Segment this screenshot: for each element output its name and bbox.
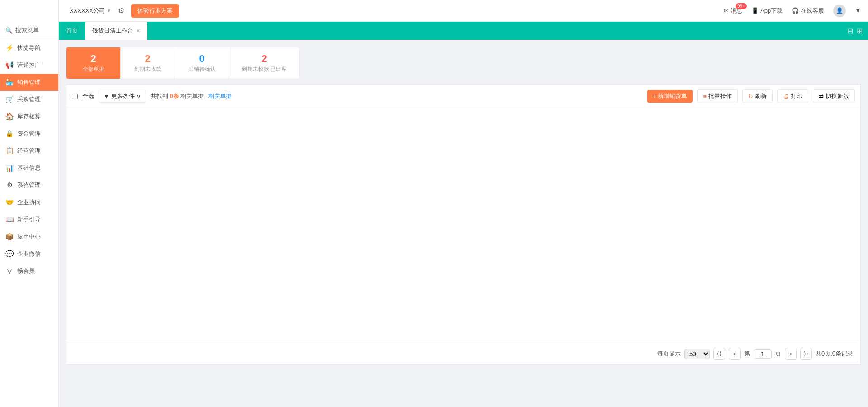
- avatar[interactable]: 👤: [833, 5, 846, 17]
- sidebar-item-marketing[interactable]: 📢 营销推广: [0, 56, 58, 74]
- stats-tab-all[interactable]: 2 全部单据: [66, 47, 121, 79]
- sidebar-item-label: 库存核算: [17, 112, 41, 121]
- experience-button[interactable]: 体验行业方案: [131, 4, 179, 18]
- tab-home[interactable]: 首页: [59, 22, 85, 40]
- found-count: 0条: [170, 93, 179, 99]
- maximize-icon[interactable]: ⊞: [857, 27, 863, 35]
- sidebar-item-app-center[interactable]: 📦 应用中心: [0, 228, 58, 245]
- filter-label: 更多条件: [111, 92, 135, 100]
- stats-tab-shipped[interactable]: 2 到期未收款 已出库: [229, 47, 299, 79]
- sidebar-item-wechat[interactable]: 💬 企业微信: [0, 245, 58, 262]
- online-service-button[interactable]: 🎧 在线客服: [792, 7, 824, 15]
- refresh-label: 刷新: [755, 92, 767, 100]
- sidebar-item-label: 营销推广: [17, 61, 41, 69]
- table-container: 全选 ▼ 更多条件 ∨ 共找到 0条 相关单据 相关单据 + 新增销货单 ≡ 批…: [66, 84, 861, 365]
- print-label: 打印: [791, 92, 802, 100]
- sidebar-item-member[interactable]: V 畅会员: [0, 262, 58, 280]
- headset-icon: 🎧: [792, 7, 799, 14]
- toolbar: 全选 ▼ 更多条件 ∨ 共找到 0条 相关单据 相关单据 + 新增销货单 ≡ 批…: [66, 85, 860, 108]
- sales-icon: 🏪: [5, 78, 14, 86]
- total-label: 共0页,0条记录: [816, 350, 853, 358]
- app-download-button[interactable]: 📱 App下载: [751, 7, 783, 15]
- stats-label-all: 全部单据: [79, 65, 108, 73]
- purchase-icon: 🛒: [5, 95, 14, 103]
- stats-num-pending: 0: [188, 53, 216, 65]
- toolbar-left: 全选 ▼ 更多条件 ∨ 共找到 0条 相关单据 相关单据: [72, 90, 642, 103]
- toolbar-right: + 新增销货单 ≡ 批量操作 ↻ 刷新 🖨 打印 ⇄ 切换新版: [647, 89, 855, 103]
- last-page-button[interactable]: ⟩⟩: [800, 348, 812, 360]
- message-button[interactable]: ✉ 消息 99+: [724, 7, 742, 15]
- next-page-button[interactable]: ＞: [785, 348, 797, 360]
- sidebar-item-label: 基础信息: [17, 164, 41, 172]
- sidebar-item-label: 系统管理: [17, 181, 41, 189]
- switch-icon: ⇄: [819, 93, 824, 100]
- sidebar-item-label: 资金管理: [17, 130, 41, 138]
- sidebar-item-label: 企业微信: [17, 250, 41, 258]
- top-right-actions: ✉ 消息 99+ 📱 App下载 🎧 在线客服 👤 ▼: [724, 5, 861, 17]
- batch-label: 批量操作: [708, 92, 732, 100]
- top-bar: 6 畅捷通好生意 标准版 XXXXXX公司 ▼ ⚙ 体验行业方案 ✉ 消息 99…: [0, 0, 868, 22]
- switch-label: 切换新版: [826, 92, 849, 100]
- gear-icon: ⚙: [118, 6, 124, 15]
- batch-button[interactable]: ≡ 批量操作: [697, 89, 738, 103]
- sidebar-item-quick-nav[interactable]: ⚡ 快捷导航: [0, 39, 58, 56]
- settings-button[interactable]: ⚙: [115, 5, 127, 17]
- page-input[interactable]: [754, 349, 772, 359]
- first-page-button[interactable]: ⟨⟨: [713, 348, 725, 360]
- guide-icon: 📖: [5, 215, 14, 224]
- per-page-select[interactable]: 50 10 20 100: [684, 349, 710, 359]
- tab-workbench-label: 钱货日清工作台: [92, 27, 133, 35]
- stats-tabs: 2 全部单据 2 到期未收款 0 旺铺待确认 2 到期未收款 已出库: [66, 47, 300, 79]
- found-prefix: 共找到: [151, 93, 168, 99]
- sidebar-item-purchase[interactable]: 🛒 采购管理: [0, 91, 58, 108]
- minimize-icon[interactable]: ⊟: [847, 27, 853, 35]
- cooperation-icon: 🤝: [5, 198, 14, 206]
- prev-page-button[interactable]: ＜: [729, 348, 741, 360]
- filter-button[interactable]: ▼ 更多条件 ∨: [99, 90, 146, 103]
- stats-tab-overdue[interactable]: 2 到期未收款: [121, 47, 175, 79]
- sidebar-item-sales[interactable]: 🏪 销售管理: [0, 74, 58, 91]
- select-all-checkbox[interactable]: [72, 94, 78, 99]
- message-badge: 99+: [736, 3, 747, 9]
- user-name[interactable]: ▼: [855, 7, 861, 14]
- add-button[interactable]: + 新增销货单: [647, 90, 693, 103]
- search-icon: 🔍: [5, 27, 13, 34]
- member-icon: V: [5, 267, 14, 275]
- wechat-icon: 💬: [5, 250, 14, 258]
- stats-label-shipped: 到期未收款 已出库: [242, 65, 287, 73]
- stats-num-overdue: 2: [133, 53, 162, 65]
- tab-close-icon[interactable]: ✕: [136, 28, 140, 34]
- tab-home-label: 首页: [66, 27, 78, 35]
- chevron-icon: ∨: [137, 93, 141, 100]
- page-label: 第: [744, 350, 750, 358]
- sidebar-item-finance[interactable]: 🔒 资金管理: [0, 125, 58, 142]
- switch-version-button[interactable]: ⇄ 切换新版: [813, 89, 855, 103]
- sidebar-item-operation[interactable]: 📋 经营管理: [0, 142, 58, 159]
- pagination-bar: 每页显示 50 10 20 100 ⟨⟨ ＜ 第 页 ＞ ⟩⟩ 共0页,0条记录: [66, 343, 860, 364]
- sidebar-item-system[interactable]: ⚙ 系统管理: [0, 177, 58, 194]
- sidebar-search[interactable]: 🔍 搜索菜单: [0, 22, 58, 39]
- user-icon: 👤: [836, 7, 843, 14]
- nav-tabs-actions: ⊟ ⊞: [847, 27, 868, 35]
- marketing-icon: 📢: [5, 61, 14, 69]
- company-selector[interactable]: XXXXXX公司 ▼: [70, 7, 111, 15]
- stats-label-overdue: 到期未收款: [133, 65, 162, 73]
- sidebar-item-inventory[interactable]: 🏠 库存核算: [0, 108, 58, 125]
- sidebar-item-label: 销售管理: [17, 78, 41, 86]
- found-suffix: 相关单据: [180, 93, 204, 99]
- stats-tab-pending[interactable]: 0 旺铺待确认: [175, 47, 229, 79]
- online-service-label: 在线客服: [801, 7, 824, 15]
- sidebar-item-guide[interactable]: 📖 新手引导: [0, 211, 58, 228]
- sidebar-item-label: 采购管理: [17, 95, 41, 103]
- system-icon: ⚙: [5, 181, 14, 189]
- batch-icon: ≡: [703, 93, 707, 100]
- operation-icon: 📋: [5, 147, 14, 155]
- sidebar-item-basic-info[interactable]: 📊 基础信息: [0, 159, 58, 177]
- refresh-button[interactable]: ↻ 刷新: [742, 89, 773, 103]
- stats-label-pending: 旺铺待确认: [188, 65, 216, 73]
- sidebar-item-cooperation[interactable]: 🤝 企业协同: [0, 194, 58, 211]
- tab-workbench[interactable]: 钱货日清工作台 ✕: [85, 22, 147, 40]
- print-button[interactable]: 🖨 打印: [777, 89, 808, 103]
- print-icon: 🖨: [783, 93, 789, 100]
- related-link[interactable]: 相关单据: [208, 92, 232, 100]
